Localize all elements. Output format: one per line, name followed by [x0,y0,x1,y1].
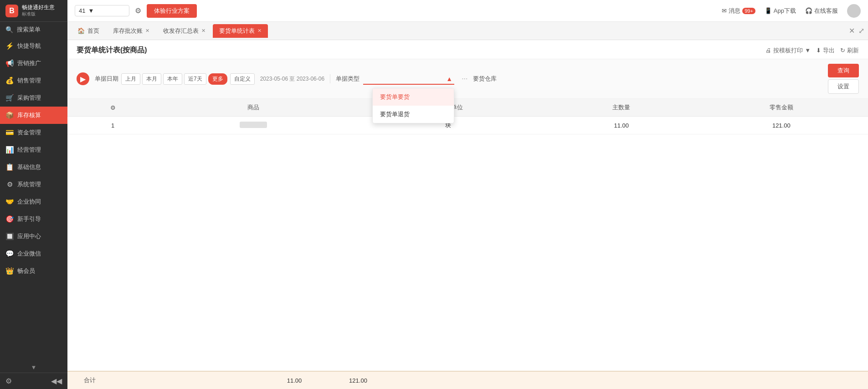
sidebar-item-purchase[interactable]: 🛒 采购管理 [0,89,67,107]
warehouse-filter-label: 要货仓库 [473,75,497,83]
date-btn-this-year[interactable]: 本年 [163,73,182,85]
page-header: 要货单统计表(按商品) 🖨 按模板打印 ▼ ⬇ 导出 ↻ 刷新 [67,40,868,59]
sidebar-search[interactable]: 🔍 搜索菜单 [0,22,67,37]
type-filter-label: 单据类型 [336,75,360,83]
date-btn-last-month[interactable]: 上月 [121,73,140,85]
refresh-button[interactable]: ↻ 刷新 [840,46,859,55]
date-shortcuts: 上月 本月 本年 近7天 更多 [121,73,227,85]
footer-quantity: 11.00 [276,377,313,384]
export-button[interactable]: ⬇ 导出 [816,46,835,55]
filter-expand-button[interactable]: ▶ [77,72,89,85]
cell-seq: 1 [67,117,158,134]
date-custom-button[interactable]: 自定义 [230,73,255,85]
date-btn-more[interactable]: 更多 [208,73,227,85]
cell-product [158,117,348,134]
tabs-bar: 🏠 首页 库存批次账 ✕ 收发存汇总表 ✕ 要货单统计表 ✕ ✕ ⤢ [67,22,868,40]
topbar-left: 41 ▼ ⚙ 体验行业方案 [75,4,197,18]
tab-receivable-summary[interactable]: 收发存汇总表 ✕ [157,24,212,38]
messages-button[interactable]: ✉ 消息 99+ [722,7,755,15]
filter-settings-button[interactable]: 设置 [828,79,859,94]
settings-icon[interactable]: ⚙ [5,377,12,385]
marketing-icon: 📢 [5,59,14,67]
type-input-wrapper: ▲ [363,73,454,85]
sidebar-item-enterprise[interactable]: 🤝 企业协同 [0,193,67,210]
system-icon: ⚙ [5,180,14,189]
sidebar: B 畅捷通好生意 标准版 🔍 搜索菜单 ⚡ 快捷导航 📢 营销推广 💰 销售管理… [0,0,67,389]
print-template-button[interactable]: 🖨 按模板打印 ▼ [765,46,811,55]
enterprise-icon: 🤝 [5,198,14,206]
type-chevron-icon[interactable]: ▲ [446,75,452,82]
col-settings-icon[interactable]: ⚙ [67,99,158,117]
sidebar-bottom: ⚙ ◀◀ [0,373,67,389]
print-chevron-icon: ▼ [805,47,811,54]
inventory-icon: 📦 [5,111,14,119]
footer-retail-amount: 121.00 [340,377,376,384]
finance-icon: 💳 [5,128,14,137]
messages-badge: 99+ [742,8,755,14]
sidebar-scroll-down[interactable]: ▼ [0,362,67,373]
sidebar-item-quick-nav[interactable]: ⚡ 快捷导航 [0,37,67,55]
message-icon: ✉ [722,7,727,14]
tab-close-order-stats[interactable]: ✕ [257,28,262,34]
topbar: 41 ▼ ⚙ 体验行业方案 ✉ 消息 99+ 📱 App下载 🎧 在线客服 [67,0,868,22]
tab-home[interactable]: 🏠 首页 [71,24,106,38]
purchase-icon: 🛒 [5,94,14,102]
table-row: 1 块 11.00 121.00 [67,117,868,134]
query-button[interactable]: 查询 [828,64,859,77]
col-retail-amount: 零售金额 [695,99,868,117]
tab-order-stats[interactable]: 要货单统计表 ✕ [213,24,268,38]
product-blurred [240,122,267,128]
filter-divider [330,74,330,83]
col-quantity: 主数量 [548,99,695,117]
table-header-row: ⚙ 商品 主计量单位 主数量 零售金额 [67,99,868,117]
sales-icon: 💰 [5,77,14,85]
sidebar-item-inventory[interactable]: 📦 库存核算 [0,107,67,124]
sidebar-item-operations[interactable]: 📊 经营管理 [0,141,67,159]
tabs-right-controls: ✕ ⤢ [849,26,864,35]
tab-close-receivable-summary[interactable]: ✕ [201,28,205,34]
sidebar-item-app-center[interactable]: 🔲 应用中心 [0,228,67,245]
collapse-icon[interactable]: ◀◀ [51,377,62,385]
dropdown-item-order-purchase[interactable]: 要货单要货 [373,88,454,106]
sidebar-item-members[interactable]: 👑 畅会员 [0,262,67,280]
sidebar-item-finance[interactable]: 💳 资金管理 [0,124,67,141]
dropdown-item-order-return[interactable]: 要货单退货 [373,106,454,123]
members-icon: 👑 [5,267,14,275]
topbar-right: ✉ 消息 99+ 📱 App下载 🎧 在线客服 [722,4,861,18]
tab-inventory-batch[interactable]: 库存批次账 ✕ [107,24,156,38]
date-btn-this-month[interactable]: 本月 [142,73,161,85]
sidebar-item-sales[interactable]: 💰 销售管理 [0,72,67,89]
date-btn-last-7-days[interactable]: 近7天 [184,73,206,85]
filter-more-options-icon[interactable]: ··· [462,75,467,83]
export-icon: ⬇ [816,47,821,54]
wechat-icon: 💬 [5,250,14,258]
tabs-close-all-icon[interactable]: ✕ [849,26,855,35]
type-dropdown: 要货单要货 要货单退货 [372,88,454,123]
search-icon: 🔍 [5,26,13,33]
logo-icon: B [5,5,18,17]
col-product: 商品 [158,99,348,117]
logo-text: 畅捷通好生意 标准版 [22,4,55,18]
company-selector[interactable]: 41 ▼ [75,5,129,16]
online-service-button[interactable]: 🎧 在线客服 [805,7,838,15]
sidebar-item-marketing[interactable]: 📢 营销推广 [0,55,67,72]
cell-quantity: 11.00 [548,117,695,134]
topbar-gear-icon[interactable]: ⚙ [135,6,141,15]
date-filter-group: 单据日期 上月 本月 本年 近7天 更多 自定义 2023-05-06 至 20… [95,73,324,85]
type-filter-group: 单据类型 ▲ 要货单要货 要货单退货 [336,73,454,85]
quick-nav-icon: ⚡ [5,42,14,50]
type-filter-input[interactable] [363,73,454,85]
sidebar-item-wechat[interactable]: 💬 企业微信 [0,245,67,262]
sidebar-item-system[interactable]: ⚙ 系统管理 [0,176,67,193]
industry-solution-button[interactable]: 体验行业方案 [147,4,197,18]
chevron-down-icon: ▼ [88,7,94,14]
tabs-maximize-icon[interactable]: ⤢ [858,26,864,35]
sidebar-item-basic-info[interactable]: 📋 基础信息 [0,159,67,176]
mobile-icon: 📱 [765,7,772,14]
tab-close-inventory-batch[interactable]: ✕ [145,28,149,34]
app-download-button[interactable]: 📱 App下载 [765,7,796,15]
data-table: ⚙ 商品 主计量单位 主数量 零售金额 [67,99,868,134]
sidebar-item-guide[interactable]: 🎯 新手引导 [0,210,67,228]
user-avatar[interactable] [847,4,861,18]
footer-values: 11.00 121.00 [103,377,376,384]
